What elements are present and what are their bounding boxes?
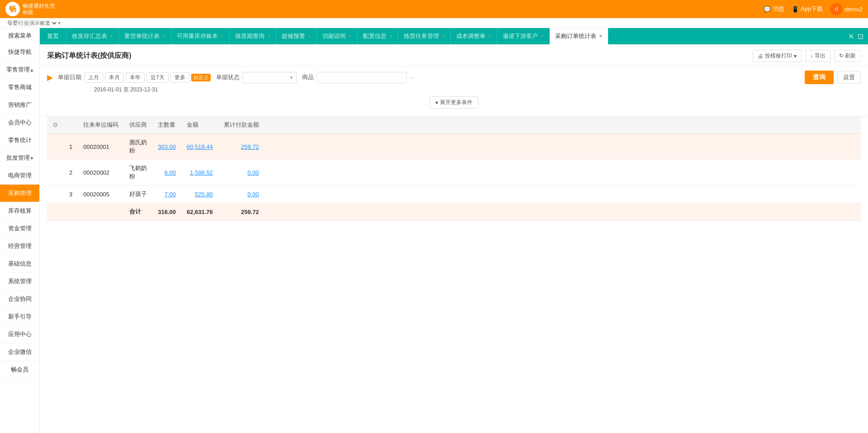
quantity-link-3[interactable]: 7.00 <box>165 191 176 198</box>
td-quantity-2: 6.00 <box>152 160 181 186</box>
template-print-button[interactable]: 🖨 按模板打印 ▾ <box>753 50 802 62</box>
td-paid-2: 0.00 <box>218 160 264 186</box>
tab-fullscreen-btn[interactable]: ⊡ <box>857 31 864 42</box>
amount-link-1[interactable]: 60,519.44 <box>187 143 213 150</box>
sidebar-item-app-center[interactable]: 应用中心 <box>0 326 39 343</box>
tab-warranty[interactable]: 保质期查询 × <box>230 28 276 44</box>
tab-close-collect-pay[interactable]: × <box>110 33 113 39</box>
table-footer-row: 合计 316.00 62,631.76 259.72 <box>47 203 861 221</box>
td-settings-2 <box>47 160 64 186</box>
tab-close-available-stock[interactable]: × <box>221 33 224 39</box>
sidebar-item-inventory-check[interactable]: 库存核算 <box>0 202 39 220</box>
tab-close-function-desc[interactable]: × <box>349 33 352 39</box>
date-btn-this-month[interactable]: 本月 <box>105 72 124 83</box>
status-select-wrapper <box>242 72 297 83</box>
user-menu[interactable]: d demo2 <box>830 3 863 15</box>
td-supplier-name-2: 飞鹤奶粉 <box>124 160 152 186</box>
download-icon: 📱 <box>792 6 799 13</box>
message-icon: 💬 <box>764 6 771 13</box>
date-filter-buttons: 上月 本月 本年 近7天 更多 自定义 <box>84 72 211 83</box>
sidebar-item-member-center[interactable]: 会员中心 <box>0 114 39 132</box>
tab-invite-downstream[interactable]: 邀请下游客户 × <box>497 28 550 44</box>
tab-purchase-stats[interactable]: 采购订单统计表 × <box>550 28 608 44</box>
td-extra-2 <box>264 160 861 186</box>
tab-close-invite-downstream[interactable]: × <box>541 33 544 39</box>
tab-home[interactable]: 首页 <box>40 28 66 44</box>
sidebar-item-new-guide[interactable]: 新手引导 <box>0 308 39 326</box>
status-select[interactable] <box>242 72 297 83</box>
paid-link-1[interactable]: 259.72 <box>241 143 259 150</box>
sidebar-item-operation-mgmt[interactable]: 经营管理 <box>0 238 39 255</box>
date-btn-this-year[interactable]: 本年 <box>126 72 145 83</box>
tab-overstock-warning[interactable]: 超储预警 × <box>276 28 317 44</box>
tab-close-config-info[interactable]: × <box>389 33 392 39</box>
date-btn-7days[interactable]: 近7天 <box>146 72 169 83</box>
tab-available-stock[interactable]: 可用量库存账本 × <box>171 28 230 44</box>
sidebar-item-retail-mall[interactable]: 零售商城 <box>0 79 39 96</box>
query-button[interactable]: 查询 <box>805 71 834 84</box>
tab-goods-stats[interactable]: 要货单统计表 × <box>119 28 171 44</box>
tab-cost-adjust[interactable]: 成本调整单 × <box>451 28 497 44</box>
tab-close-all-btn[interactable]: ✕ <box>847 31 855 42</box>
sidebar-item-purchase-mgmt[interactable]: 采购管理 <box>0 185 39 202</box>
tab-close-overstock-warning[interactable]: × <box>308 33 311 39</box>
td-settings-1 <box>47 134 64 160</box>
sidebar-item-system-mgmt[interactable]: 系统管理 <box>0 273 39 290</box>
refresh-button[interactable]: ↻ 刷新 <box>834 50 861 62</box>
sidebar-item-marketing[interactable]: 营销推广 <box>0 96 39 114</box>
paid-link-3[interactable]: 0.00 <box>248 191 259 198</box>
td-quantity-1: 303.00 <box>152 134 181 160</box>
quantity-link-2[interactable]: 6.00 <box>165 169 176 176</box>
filter-expand-button[interactable]: ▾ 展开更多条件 <box>429 96 478 109</box>
settings-button[interactable]: 设置 <box>837 71 861 84</box>
tab-close-picking-task[interactable]: × <box>442 33 445 39</box>
export-button[interactable]: ↓ 导出 <box>805 50 830 62</box>
app-download-btn[interactable]: 📱 App下载 <box>792 5 823 13</box>
table-row: 2 00020002 飞鹤奶粉 6.00 1,586.52 0.00 <box>47 160 861 186</box>
messages-btn[interactable]: 💬 消息 <box>764 5 784 13</box>
printer-icon: 🖨 <box>758 53 763 59</box>
tab-picking-task[interactable]: 拣货任务管理 × <box>398 28 451 44</box>
sidebar-item-enterprise-wechat[interactable]: 企业微信 <box>0 343 39 361</box>
sidebar-item-quick-nav[interactable]: 快捷导航 <box>0 43 39 61</box>
quantity-link-1[interactable]: 303.00 <box>158 143 176 150</box>
tab-config-info[interactable]: 配置信息 × <box>358 28 398 44</box>
top-bar-right: 💬 消息 📱 App下载 d demo2 <box>764 3 863 15</box>
date-btn-last-month[interactable]: 上月 <box>84 72 103 83</box>
tab-close-goods-stats[interactable]: × <box>162 33 165 39</box>
sidebar-item-basic-info[interactable]: 基础信息 <box>0 255 39 273</box>
tf-quantity: 316.00 <box>152 203 181 221</box>
td-supplier-code-3: 00020005 <box>78 186 124 203</box>
chevron-down-icon: ▴ <box>31 67 33 72</box>
tab-close-purchase-stats[interactable]: × <box>599 33 602 39</box>
td-supplier-name-1: 惠氏奶粉 <box>124 134 152 160</box>
sidebar-item-enterprise-collab[interactable]: 企业协同 <box>0 290 39 308</box>
td-settings-3 <box>47 186 64 203</box>
breadcrumb-select[interactable]: 母婴行业演示账套 <box>5 19 58 27</box>
goods-filter-more-icon[interactable]: ··· <box>410 74 415 81</box>
sidebar-item-finance-mgmt[interactable]: 资金管理 <box>0 220 39 238</box>
tab-close-warranty[interactable]: × <box>267 33 270 39</box>
td-amount-3: 525.80 <box>181 186 218 203</box>
tab-close-cost-adjust[interactable]: × <box>488 33 491 39</box>
tab-collect-pay[interactable]: 收发存汇总表 × <box>66 28 119 44</box>
sidebar-item-retail-stats[interactable]: 零售统计 <box>0 132 39 149</box>
th-amount: 金额 <box>181 116 218 134</box>
sidebar-item-retail-management[interactable]: 零售管理 ▴ <box>0 61 39 79</box>
amount-link-2[interactable]: 1,586.52 <box>190 169 213 176</box>
sidebar-search-item[interactable]: 搜索菜单 <box>0 28 39 43</box>
goods-filter-group: 商品 ··· <box>302 72 415 83</box>
status-filter-group: 单据状态 <box>216 72 297 83</box>
date-range-display: 2016-01-01 至 2023-12-31 <box>94 86 861 94</box>
sidebar-item-wholesale-mgmt[interactable]: 批发管理 ▾ <box>0 149 39 167</box>
filter-expand-icon[interactable]: ▶ <box>47 73 52 82</box>
amount-link-3[interactable]: 525.80 <box>195 191 213 198</box>
sidebar-item-ecommerce-mgmt[interactable]: 电商管理 <box>0 167 39 185</box>
column-settings-icon[interactable]: ⚙ <box>52 121 58 128</box>
goods-filter-input[interactable] <box>316 72 407 83</box>
date-btn-more[interactable]: 更多 <box>170 72 189 83</box>
paid-link-2[interactable]: 0.00 <box>248 169 259 176</box>
tab-function-desc[interactable]: 功能说明 × <box>317 28 358 44</box>
sidebar-item-member[interactable]: 畅会员 <box>0 361 39 379</box>
purchase-stats-table: ⚙ 往来单位编码 供应商 主数量 金额 累计付款金额 <box>47 116 861 221</box>
